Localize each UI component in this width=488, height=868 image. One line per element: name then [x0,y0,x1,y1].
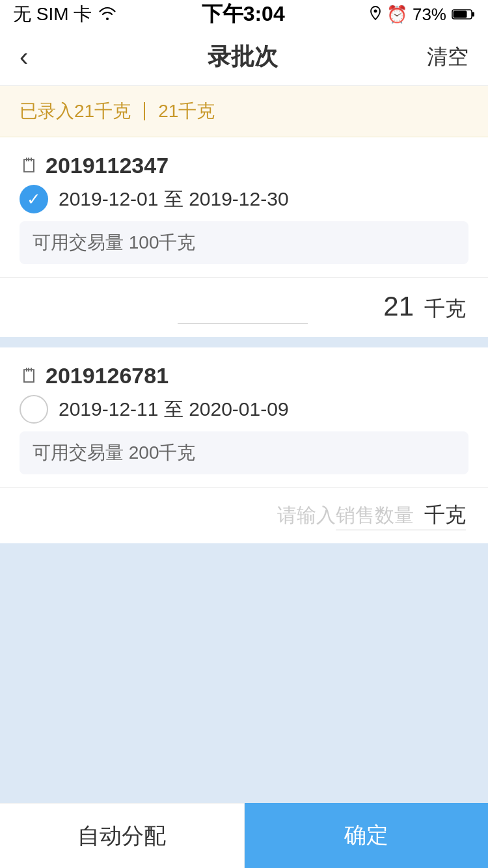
batch-1-avail: 可用交易量 100千克 [20,221,468,264]
batch-1-select-checkbox[interactable]: ✓ [20,185,48,213]
empty-area [0,543,488,830]
batch-2-date: 2019-12-11 至 2020-01-09 [59,396,289,423]
batch-2-unit: 千克 [424,501,466,530]
status-right: ⏰ 73% [370,5,475,25]
batch-1-date: 2019-12-01 至 2019-12-30 [59,186,289,213]
batch-card-1: 🗒 2019112347 ✓ 2019-12-01 至 2019-12-30 可… [0,137,488,337]
batch-1-amount-row: 21 千克 [0,277,488,337]
no-sim-label: 无 SIM 卡 [13,2,92,27]
batch-1-date-row[interactable]: ✓ 2019-12-01 至 2019-12-30 [0,178,488,221]
alarm-icon: ⏰ [386,5,407,25]
nav-bar: ‹ 录批次 清空 [0,29,488,86]
recorded-label: 已录入21千克 [20,99,131,124]
back-button[interactable]: ‹ [20,42,59,72]
section-divider [0,337,488,347]
batch-1-unit: 千克 [424,295,466,323]
batch-2-header: 🗒 2019126781 [0,347,488,388]
battery-label: 73% [413,5,446,25]
svg-rect-2 [472,12,474,16]
doc-icon-2: 🗒 [20,365,39,387]
batch-2-avail: 可用交易量 200千克 [20,431,468,474]
input-underline [336,530,466,530]
svg-point-0 [373,9,377,12]
status-time: 下午3:04 [202,0,285,29]
batch-1-id: 2019112347 [46,153,169,178]
bottom-bar: 自动分配 确定 [0,803,488,868]
svg-rect-3 [454,10,467,18]
batch-1-header: 🗒 2019112347 [0,137,488,178]
batch-2-date-row[interactable]: 2019-12-11 至 2020-01-09 [0,388,488,431]
batch-card-2: 🗒 2019126781 2019-12-11 至 2020-01-09 可用交… [0,347,488,543]
batch-2-id: 2019126781 [46,363,169,388]
info-divider [144,102,145,120]
batch-2-input-row: 请输入销售数量 千克 [0,487,488,543]
clear-button[interactable]: 清空 [427,43,468,72]
auto-distribute-button[interactable]: 自动分配 [0,803,245,868]
doc-icon-1: 🗒 [20,155,39,177]
status-bar: 无 SIM 卡 下午3:04 ⏰ 73% [0,0,488,29]
page-title: 录批次 [208,41,278,73]
checkmark-icon: ✓ [27,189,41,210]
status-left: 无 SIM 卡 [13,2,116,27]
wifi-icon [98,4,116,25]
amount-underline [178,323,308,324]
total-label: 21千克 [158,99,215,124]
info-banner: 已录入21千克 21千克 [0,86,488,137]
quantity-input-placeholder[interactable]: 请输入销售数量 [277,502,414,529]
battery-icon [452,5,475,25]
batch-2-select-checkbox[interactable] [20,395,48,424]
location-icon [370,5,381,25]
confirm-button[interactable]: 确定 [245,803,489,868]
batch-1-amount: 21 [383,291,414,322]
